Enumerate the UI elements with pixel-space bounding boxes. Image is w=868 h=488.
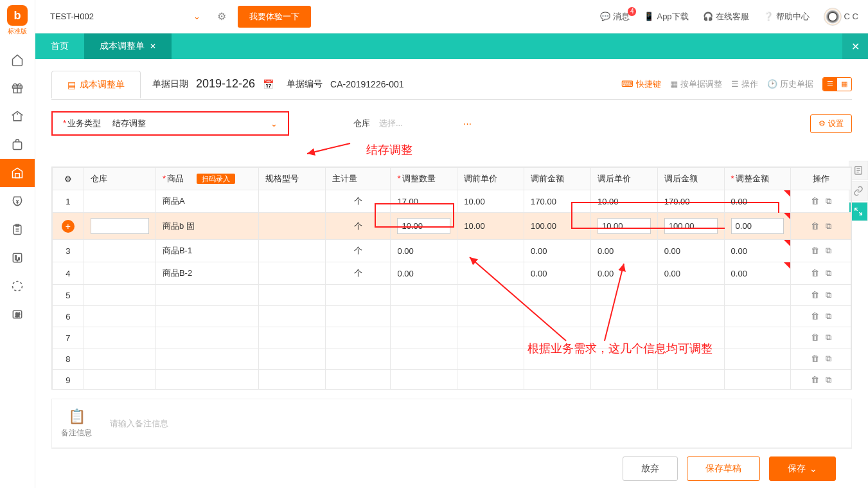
- th-postprice: 调后单价: [590, 168, 657, 190]
- org-select[interactable]: TEST-H002 ⌄: [45, 12, 206, 21]
- org-name: TEST-H002: [50, 12, 94, 21]
- save-button[interactable]: 保存⌄: [769, 456, 836, 481]
- nav-house-icon[interactable]: [0, 102, 35, 131]
- th-spec: 规格型号: [258, 168, 325, 190]
- user-menu[interactable]: C C: [824, 8, 858, 26]
- headset-icon: 🎧: [703, 12, 713, 21]
- view-toggle[interactable]: ☰ ▦: [822, 77, 852, 91]
- tabs-close-all[interactable]: ✕: [842, 33, 868, 59]
- save-draft-button[interactable]: 保存草稿: [687, 456, 760, 481]
- delete-icon[interactable]: 🗑: [811, 246, 819, 256]
- postprice-input[interactable]: 10.00: [598, 218, 651, 234]
- table-row[interactable]: 9🗑⧉: [53, 370, 851, 390]
- app-download-link[interactable]: 📱App下载: [644, 11, 688, 23]
- copy-icon[interactable]: ⧉: [826, 332, 831, 343]
- add-row-button[interactable]: +: [62, 220, 75, 233]
- warehouse-select[interactable]: 仓库 选择... ⋯: [353, 118, 472, 129]
- copy-icon[interactable]: ⧉: [826, 196, 831, 206]
- list-icon: ☰: [731, 79, 739, 89]
- tab-home[interactable]: 首页: [35, 33, 84, 59]
- calendar-icon[interactable]: 📅: [263, 79, 274, 89]
- delete-icon[interactable]: 🗑: [811, 332, 819, 343]
- delete-icon[interactable]: 🗑: [811, 290, 819, 300]
- shortcut-link[interactable]: ⌨快捷键: [621, 78, 661, 90]
- keyboard-icon: ⌨: [621, 79, 633, 89]
- doc-header: ▤ 成本调整单 单据日期 2019-12-26 📅 单据编号 CA-201912…: [51, 69, 852, 100]
- annotation-1: 结存调整: [366, 142, 412, 158]
- nav-warehouse-icon[interactable]: [0, 159, 35, 187]
- copy-icon[interactable]: ⧉: [826, 354, 831, 364]
- experience-button[interactable]: 我要体验一下: [238, 6, 311, 28]
- svg-point-8: [13, 282, 22, 291]
- copy-icon[interactable]: ⧉: [826, 221, 831, 231]
- th-product: *商品扫码录入: [155, 168, 258, 190]
- warehouse-input[interactable]: [91, 218, 149, 234]
- view-list-icon[interactable]: ☰: [823, 78, 837, 91]
- discard-button[interactable]: 放弃: [623, 456, 678, 481]
- grid: 根据业务需求，这几个信息均可调整 ⚙ 仓库 *商品扫码录入 规格型号: [51, 167, 852, 390]
- nav-bag-icon[interactable]: [0, 131, 35, 159]
- adjust-by-doc-link[interactable]: ▦按单据调整: [670, 78, 722, 90]
- remarks-input[interactable]: [110, 419, 842, 428]
- annotation-arrow: [302, 140, 353, 158]
- doc-tab[interactable]: ▤ 成本调整单: [51, 71, 141, 98]
- ops-link[interactable]: ☰操作: [731, 78, 758, 90]
- nav-home-icon[interactable]: [0, 46, 35, 74]
- nav-report-icon[interactable]: [0, 244, 35, 272]
- footer: 放弃 保存草稿 保存⌄: [51, 448, 852, 488]
- messages-badge: 4: [628, 7, 637, 16]
- business-type-value: 结存调整: [112, 118, 146, 129]
- delete-icon[interactable]: 🗑: [811, 375, 819, 385]
- settings-button[interactable]: ⚙设置: [810, 114, 852, 133]
- qty-input[interactable]: 10.00: [397, 218, 450, 234]
- gear-icon[interactable]: ⚙: [213, 10, 230, 23]
- customer-service-link[interactable]: 🎧在线客服: [703, 11, 749, 23]
- nav-loading-icon[interactable]: [0, 272, 35, 300]
- doc-date[interactable]: 2019-12-26: [196, 77, 255, 91]
- delete-icon[interactable]: 🗑: [811, 221, 819, 231]
- nav-gift-icon[interactable]: [0, 74, 35, 102]
- table-row[interactable]: 7🗑⧉: [53, 327, 851, 348]
- svg-rect-4: [15, 174, 20, 178]
- copy-icon[interactable]: ⧉: [826, 375, 831, 385]
- table-row[interactable]: + 商品b 固个10.0010.00100.0010.00100.000.00🗑…: [53, 213, 851, 240]
- nav-clipboard-icon[interactable]: [0, 215, 35, 244]
- tab-cost-adjust[interactable]: 成本调整单✕: [84, 33, 172, 59]
- topbar: TEST-H002 ⌄ ⚙ 我要体验一下 💬 消息 4 📱App下载 🎧在线客服…: [35, 0, 868, 33]
- table-row[interactable]: 5🗑⧉: [53, 285, 851, 306]
- th-preprice: 调前单价: [457, 168, 524, 190]
- business-type-select[interactable]: *业务类型 结存调整 ⌄: [51, 111, 289, 136]
- delete-icon[interactable]: 🗑: [811, 196, 819, 206]
- table-row[interactable]: 1商品A个17.0010.00170.0010.00170.000.00🗑⧉: [53, 190, 851, 213]
- copy-icon[interactable]: ⧉: [826, 290, 831, 300]
- svg-rect-3: [13, 142, 21, 150]
- delete-icon[interactable]: 🗑: [811, 268, 819, 278]
- th-settings[interactable]: ⚙: [53, 168, 84, 190]
- scan-button[interactable]: 扫码录入: [197, 174, 235, 184]
- th-adjamt: *调整金额: [724, 168, 791, 190]
- table-row[interactable]: 4商品B-2个0.000.000.000.000.00🗑⧉: [53, 262, 851, 285]
- th-qty: *调整数量: [391, 168, 457, 190]
- adjamt-input[interactable]: 0.00: [731, 218, 784, 234]
- close-icon[interactable]: ✕: [150, 42, 156, 51]
- copy-icon[interactable]: ⧉: [826, 311, 831, 321]
- nav-money-icon[interactable]: [0, 187, 35, 215]
- copy-icon[interactable]: ⧉: [826, 268, 831, 278]
- table-row[interactable]: 3商品B-1个0.000.000.000.000.00🗑⧉: [53, 240, 851, 262]
- nav-new-icon[interactable]: 新: [0, 300, 35, 329]
- brand-logo: b: [7, 5, 28, 26]
- help-center-link[interactable]: ❔帮助中心: [763, 11, 810, 23]
- messages-link[interactable]: 💬 消息 4: [600, 11, 630, 23]
- table-row[interactable]: 6🗑⧉: [53, 306, 851, 327]
- chevron-down-icon: ⌄: [193, 12, 200, 21]
- postamt-input[interactable]: 100.00: [664, 218, 718, 234]
- table-row[interactable]: 8🗑⧉: [53, 348, 851, 370]
- history-link[interactable]: 🕑历史单据: [767, 78, 813, 90]
- delete-icon[interactable]: 🗑: [811, 354, 819, 364]
- th-preamt: 调前金额: [524, 168, 591, 190]
- delete-icon[interactable]: 🗑: [811, 311, 819, 321]
- view-grid-icon[interactable]: ▦: [837, 78, 851, 91]
- copy-icon[interactable]: ⧉: [826, 246, 831, 256]
- more-icon[interactable]: ⋯: [463, 119, 472, 129]
- chevron-down-icon: ⌄: [270, 119, 278, 129]
